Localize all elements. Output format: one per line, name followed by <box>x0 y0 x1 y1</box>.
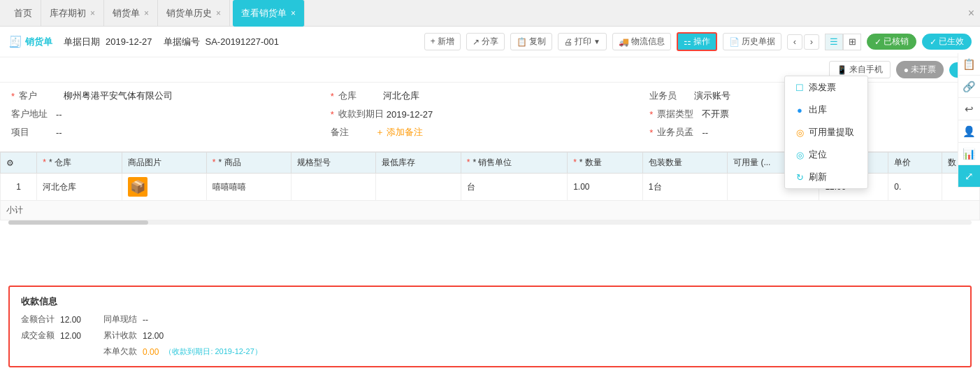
not-open-ticket-button[interactable]: ● 未开票 <box>896 61 944 78</box>
customer-field: * 客户 柳州粤港平安气体有限公司 <box>11 90 331 102</box>
locate-icon: ◎ <box>795 150 805 160</box>
refresh-icon: ↻ <box>795 172 805 182</box>
print-button[interactable]: 🖨 打印 ▼ <box>558 33 607 50</box>
subtotal-row: 小计 <box>1 201 980 220</box>
print-dropdown-arrow[interactable]: ▼ <box>593 38 600 45</box>
sales-order-icon: 🧾 <box>8 35 22 48</box>
menu-refresh[interactable]: ↻ 刷新 <box>785 166 867 188</box>
ticket-icon: ● <box>904 65 909 75</box>
payment-fields: 金额合计 12.00 成交金额 12.00 同单现结 -- 累计收款 <box>21 314 959 358</box>
doc-date-field: 单据日期 2019-12-27 <box>64 36 152 48</box>
payment-title: 收款信息 <box>21 295 959 308</box>
row-warehouse: 河北仓库 <box>37 174 122 201</box>
check2-icon: ✓ <box>930 37 937 47</box>
doc-header: 🧾 销货单 单据日期 2019-12-27 单据编号 SA-20191227-0… <box>0 27 980 57</box>
sidebar-chart-icon[interactable]: 📊 <box>958 143 981 165</box>
tab-close-history[interactable]: × <box>216 8 221 18</box>
logistics-button[interactable]: 🚚 物流信息 <box>612 33 671 50</box>
tab-close-view[interactable]: × <box>291 8 296 18</box>
row-unit: 台 <box>461 174 567 201</box>
col-warehouse: ** 仓库 <box>37 153 122 174</box>
tab-view-sales[interactable]: 查看销货单 × <box>233 0 305 27</box>
sidebar-link-icon[interactable]: 🔗 <box>958 76 981 98</box>
col-pkg-qty: 包装数量 <box>642 153 727 174</box>
payment-summary: 收款信息 金额合计 12.00 成交金额 12.00 同单现结 -- <box>8 286 972 367</box>
total-collection-field: 累计收款 12.00 <box>103 330 262 342</box>
share-button[interactable]: ↗ 分享 <box>466 33 505 50</box>
tab-close-sales[interactable]: × <box>144 8 149 18</box>
history-icon: 📄 <box>729 37 740 47</box>
same-order-field: 同单现结 -- <box>103 314 262 325</box>
tab-inventory-init[interactable]: 库存期初 × <box>41 0 104 27</box>
history-button[interactable]: 📄 历史单据 <box>723 33 781 50</box>
grid-view-button[interactable]: ⊞ <box>843 34 861 50</box>
next-button[interactable]: › <box>804 34 819 50</box>
sidebar-expand-icon[interactable]: ⤢ <box>958 165 981 188</box>
right-sidebar: 📋 🔗 ↩ 👤 📊 ⤢ <box>958 53 980 188</box>
share-icon: ↗ <box>473 37 480 47</box>
row-qty: 1.00 <box>568 174 643 201</box>
window-close-button[interactable]: × <box>968 7 974 20</box>
col-min-stock: 最低库存 <box>376 153 461 174</box>
status-effect-button[interactable]: ✓ 已生效 <box>922 34 972 50</box>
tab-home[interactable]: 首页 <box>6 0 41 27</box>
col-qty: ** 数量 <box>568 153 643 174</box>
add-invoice-icon: ☐ <box>795 83 805 92</box>
address-field: 客户地址 -- <box>11 108 331 120</box>
operation-dropdown: ☐ 添发票 ● 出库 ◎ 可用量提取 ◎ 定位 ↻ 刷新 <box>784 76 868 189</box>
doc-type-label: 🧾 销货单 <box>8 35 52 48</box>
col-price: 单价 <box>888 153 942 174</box>
sidebar-user-icon[interactable]: 👤 <box>958 120 981 143</box>
due-date-field: * 收款到期日 2019-12-27 <box>331 108 650 120</box>
tab-sales-history[interactable]: 销货单历史 × <box>158 0 230 27</box>
deal-amount-field: 成交金额 12.00 <box>21 330 81 342</box>
warehouse-field: * 仓库 河北仓库 <box>331 90 650 102</box>
col-spec: 规格型号 <box>291 153 376 174</box>
copy-icon: 📋 <box>517 37 527 47</box>
col-gear: ⚙ <box>1 153 37 174</box>
amount-total-field: 金额合计 12.00 <box>21 314 81 325</box>
project-field: 项目 -- <box>11 126 331 139</box>
out-stock-icon: ● <box>795 105 805 115</box>
tab-bar: 首页 库存期初 × 销货单 × 销货单历史 × 查看销货单 × × <box>0 0 980 27</box>
list-view-button[interactable]: ☰ <box>825 34 843 50</box>
status-sold-button[interactable]: ✓ 已核销 <box>867 34 916 50</box>
check-icon: ✓ <box>874 37 881 47</box>
row-price: 0. <box>888 174 942 201</box>
add-remark-icon: ＋ <box>375 127 384 137</box>
operation-button[interactable]: ⚏ 操作 <box>677 32 717 51</box>
menu-avail-extract[interactable]: ◎ 可用量提取 <box>785 121 867 143</box>
doc-no-field: 单据编号 SA-20191227-001 <box>164 36 280 48</box>
subtotal-label: 小计 <box>1 201 980 220</box>
row-seq: 1 <box>1 174 37 201</box>
view-toggle: ☰ ⊞ <box>825 34 861 50</box>
sidebar-return-icon[interactable]: ↩ <box>958 98 981 120</box>
col-product: ** 商品 <box>206 153 291 174</box>
menu-add-invoice[interactable]: ☐ 添发票 <box>785 76 867 99</box>
doc-actions: + 新增 ↗ 分享 📋 复制 🖨 打印 ▼ 🚚 物流信息 <box>424 32 972 51</box>
scroll-thumb <box>8 220 148 225</box>
menu-out-stock[interactable]: ● 出库 <box>785 99 867 121</box>
row-pkg-qty: 1台 <box>642 174 727 201</box>
print-icon: 🖨 <box>564 37 572 47</box>
tab-close-inventory[interactable]: × <box>90 8 95 18</box>
avail-extract-icon: ◎ <box>795 127 805 137</box>
prev-button[interactable]: ‹ <box>787 34 802 50</box>
row-min-stock <box>376 174 461 201</box>
product-image: 📦 <box>128 177 147 197</box>
horizontal-scrollbar[interactable] <box>8 220 972 225</box>
operation-icon: ⚏ <box>684 37 691 47</box>
col-image: 商品图片 <box>122 153 206 174</box>
sidebar-doc-icon[interactable]: 📋 <box>958 53 981 76</box>
payment-col-1: 金额合计 12.00 成交金额 12.00 <box>21 314 81 358</box>
mobile-icon: 📱 <box>837 65 847 75</box>
row-product: 嘻嘻嘻嘻 <box>206 174 291 201</box>
col-unit: ** 销售单位 <box>461 153 567 174</box>
row-spec <box>291 174 376 201</box>
menu-locate[interactable]: ◎ 定位 <box>785 143 867 166</box>
copy-button[interactable]: 📋 复制 <box>510 33 552 50</box>
tab-sales-order[interactable]: 销货单 × <box>104 0 158 27</box>
add-button[interactable]: + 新增 <box>424 33 461 50</box>
this-due-field: 本单欠款 0.00 （收款到期日: 2019-12-27） <box>103 346 262 358</box>
row-image: 📦 <box>122 174 206 201</box>
